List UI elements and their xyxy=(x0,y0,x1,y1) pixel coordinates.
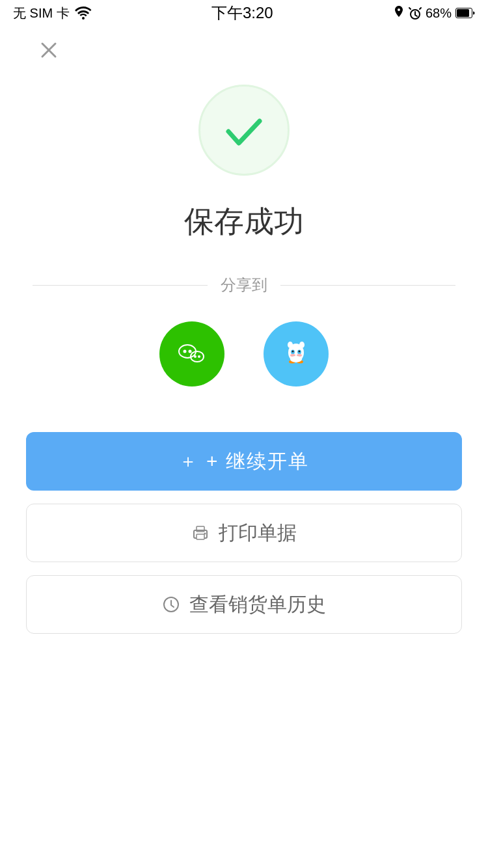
wifi-icon xyxy=(75,7,92,20)
print-label: 打印单据 xyxy=(219,520,297,547)
status-left: 无 SIM 卡 xyxy=(13,5,92,22)
svg-point-5 xyxy=(179,345,196,358)
checkmark-icon xyxy=(221,107,267,154)
qq-icon xyxy=(278,336,314,372)
history-button[interactable]: 查看销货单历史 xyxy=(26,575,462,634)
svg-rect-24 xyxy=(197,534,204,539)
alarm-icon xyxy=(409,6,422,20)
close-button[interactable] xyxy=(33,34,65,66)
history-label: 查看销货单历史 xyxy=(189,591,326,618)
success-title: 保存成功 xyxy=(184,202,304,242)
action-buttons: ＋ + 继续开单 打印单据 查看销货单历 xyxy=(0,432,488,634)
no-sim-text: 无 SIM 卡 xyxy=(13,5,70,22)
svg-point-22 xyxy=(290,356,302,362)
status-bar: 无 SIM 卡 下午3:20 68% xyxy=(0,0,488,26)
svg-point-7 xyxy=(189,350,192,353)
svg-point-9 xyxy=(194,355,197,358)
share-label: 分享到 xyxy=(208,275,280,295)
clock-icon xyxy=(162,595,180,614)
svg-point-15 xyxy=(299,351,301,353)
wechat-share-button[interactable] xyxy=(159,321,224,387)
status-right: 68% xyxy=(393,6,475,21)
location-icon xyxy=(393,6,405,20)
divider-right xyxy=(280,285,455,286)
svg-rect-2 xyxy=(457,9,469,17)
continue-button[interactable]: ＋ + 继续开单 xyxy=(26,432,462,491)
print-button[interactable]: 打印单据 xyxy=(26,504,462,562)
divider-left xyxy=(33,285,208,286)
success-icon-circle xyxy=(198,85,290,176)
continue-label: + 继续开单 xyxy=(206,448,309,475)
svg-point-26 xyxy=(204,533,206,535)
svg-point-19 xyxy=(299,342,305,348)
printer-icon xyxy=(191,524,210,542)
svg-point-14 xyxy=(292,351,294,353)
plus-icon: ＋ xyxy=(179,449,197,474)
share-icons-row xyxy=(159,321,329,387)
wechat-icon xyxy=(174,336,210,372)
status-time: 下午3:20 xyxy=(211,3,273,23)
main-content: 保存成功 分享到 xyxy=(0,26,488,634)
share-divider: 分享到 xyxy=(0,275,488,295)
svg-point-18 xyxy=(288,342,293,348)
svg-point-6 xyxy=(183,350,187,353)
svg-point-10 xyxy=(198,355,200,358)
qq-share-button[interactable] xyxy=(264,321,329,387)
battery-percent: 68% xyxy=(426,6,452,21)
battery-icon xyxy=(455,8,475,18)
share-section: 分享到 xyxy=(0,275,488,387)
